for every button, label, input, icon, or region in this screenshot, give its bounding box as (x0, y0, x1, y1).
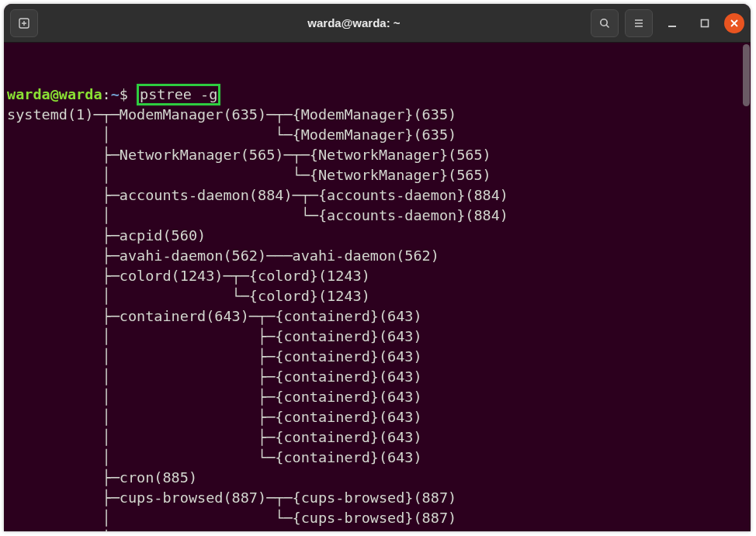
close-button[interactable] (724, 13, 744, 33)
minimize-button[interactable] (659, 9, 685, 37)
command-text: pstree -g (140, 86, 217, 102)
maximize-button[interactable] (692, 9, 718, 37)
search-icon (598, 17, 611, 29)
terminal-body[interactable]: warda@warda:~$ pstree -g systemd(1)─┬─Mo… (4, 43, 751, 531)
svg-rect-9 (702, 19, 709, 26)
svg-point-3 (601, 19, 607, 25)
prompt-path: ~ (111, 86, 120, 102)
new-tab-icon (18, 17, 30, 29)
svg-line-4 (606, 25, 609, 27)
prompt-symbol: $ (120, 86, 128, 102)
pstree-output: systemd(1)─┬─ModemManager(635)─┬─{ModemM… (7, 106, 508, 531)
search-button[interactable] (591, 9, 619, 37)
titlebar: warda@warda: ~ (4, 4, 751, 43)
prompt-userhost: warda@warda (7, 86, 102, 102)
new-tab-button[interactable] (10, 9, 38, 37)
prompt-sep: : (102, 86, 111, 102)
window-title: warda@warda: ~ (165, 16, 543, 29)
prompt-line: warda@warda:~$ pstree -g (7, 86, 220, 102)
close-icon (730, 19, 739, 28)
maximize-icon (699, 18, 710, 29)
menu-button[interactable] (625, 9, 653, 37)
hamburger-icon (633, 17, 645, 29)
minimize-icon (667, 18, 678, 29)
command-highlight: pstree -g (137, 84, 220, 105)
scrollbar-thumb[interactable] (743, 44, 750, 106)
terminal-window: warda@warda: ~ (4, 4, 751, 531)
